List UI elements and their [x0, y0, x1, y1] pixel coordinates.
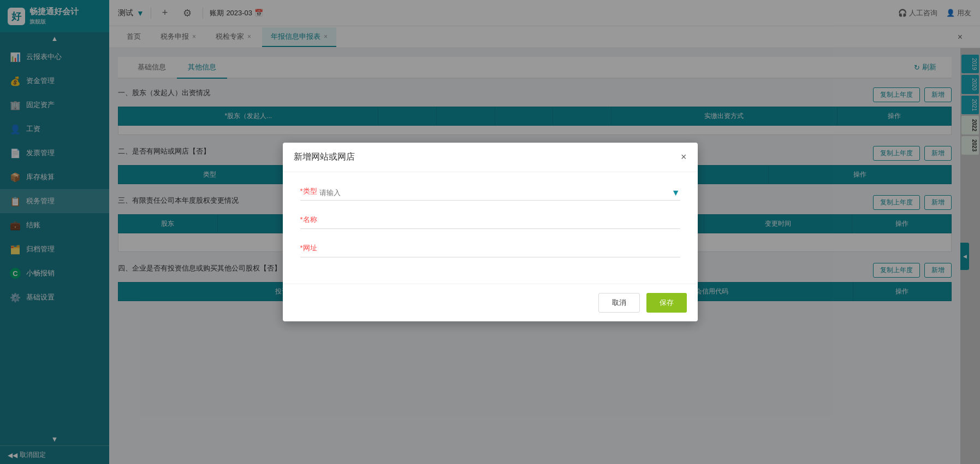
dialog-footer: 取消 保存	[283, 284, 698, 321]
form-row-type: *类型 ▼	[300, 185, 680, 201]
name-input[interactable]	[319, 214, 680, 228]
type-input[interactable]	[319, 185, 680, 200]
dialog-overlay: 新增网站或网店 × *类型 ▼ *名称 *	[0, 0, 980, 464]
add-website-dialog: 新增网站或网店 × *类型 ▼ *名称 *	[283, 143, 698, 321]
cancel-button[interactable]: 取消	[598, 293, 640, 313]
name-label: *名称	[300, 215, 317, 225]
name-input-wrap: *名称	[300, 214, 680, 229]
type-label: *类型	[300, 186, 317, 196]
form-row-name: *名称	[300, 214, 680, 229]
type-dropdown-icon[interactable]: ▼	[672, 188, 680, 198]
dialog-close-button[interactable]: ×	[681, 151, 687, 163]
form-row-url: *网址	[300, 242, 680, 257]
type-input-wrap: *类型 ▼	[300, 185, 680, 201]
dialog-title: 新增网站或网店	[294, 151, 355, 163]
dialog-body: *类型 ▼ *名称 *网址	[283, 172, 698, 284]
save-button[interactable]: 保存	[646, 293, 687, 313]
dialog-header: 新增网站或网店 ×	[283, 143, 698, 172]
url-input[interactable]	[319, 242, 680, 257]
url-label: *网址	[300, 243, 317, 253]
url-input-wrap: *网址	[300, 242, 680, 257]
